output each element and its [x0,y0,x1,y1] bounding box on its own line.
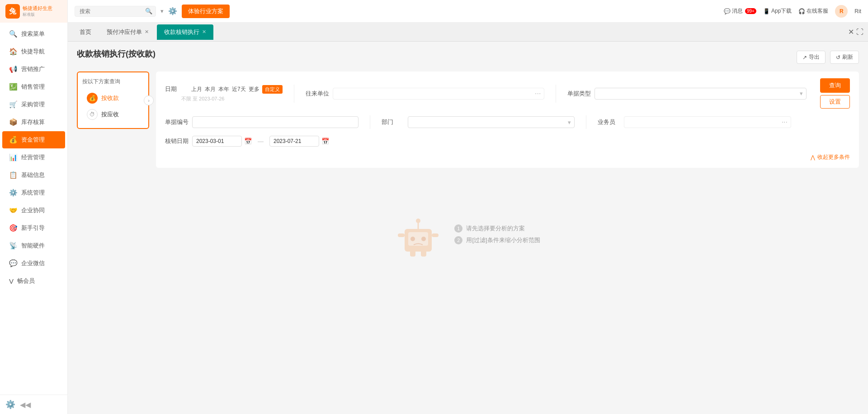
sidebar-item-marketing[interactable]: 📢 营销推广 [2,61,65,78]
sidebar-item-basicinfo[interactable]: 📋 基础信息 [2,167,65,184]
query-button[interactable]: 查询 [820,78,850,93]
solution-button[interactable]: 体验行业方案 [182,5,230,18]
search-icon: 🔍 [145,8,152,14]
prepay-tab-label: 预付冲应付单 [107,28,142,36]
sidebar-footer: ⚙️ ◀◀ [0,395,67,414]
sales-icon: 💹 [9,83,18,91]
prepay-tab-close-icon[interactable]: ✕ [145,29,149,35]
svg-point-3 [421,237,426,241]
collapse-filter-button[interactable]: › [144,95,154,105]
tab-home[interactable]: 首页 [72,24,99,40]
sidebar-item-label: 基础信息 [21,171,45,179]
salesperson-input[interactable] [624,116,791,128]
message-label: 消息 [732,7,743,15]
sidebar-item-purchase[interactable]: 🛒 采购管理 [2,96,65,113]
filter-panel: 按以下方案查询 💰 按收款 ⏱ 按应收 › [77,71,149,129]
date-custom[interactable]: 自定义 [262,85,283,94]
app-name: 畅捷通好生意 [23,5,52,11]
sidebar-item-label: 采购管理 [21,100,45,109]
sidebar-item-label: 库存核算 [21,118,45,126]
receipt-tab-close-icon[interactable]: ✕ [202,29,206,35]
sidebar-item-label: 资金管理 [21,136,45,144]
sidebar-item-nav[interactable]: 🏠 快捷导航 [2,43,65,60]
settings-gear-icon[interactable]: ⚙️ [168,7,177,15]
date-more[interactable]: 更多 [249,86,259,93]
export-icon: ↗ [802,54,807,61]
date-this-year[interactable]: 本年 [218,86,229,93]
partner-input[interactable] [333,88,545,100]
collapse-sidebar-icon[interactable]: ◀◀ [20,400,31,409]
doctype-select[interactable] [594,88,807,100]
filter-by-receipt[interactable]: 💰 按收款 [82,90,144,106]
date-field: 日期 上月 本月 本年 近7天 更多 自定义 不限 至 2023-07-26 [165,85,283,102]
sidebar-item-operations[interactable]: 📊 经营管理 [2,149,65,166]
username[interactable]: Rit [854,8,861,14]
export-button[interactable]: ↗ 导出 [797,51,826,64]
wxwork-icon: 💬 [9,259,18,267]
tip-text-2: 用[过滤]条件来缩小分析范围 [466,236,540,244]
operations-icon: 📊 [9,153,18,162]
verify-date-end-group: 📅 [269,136,329,147]
app-download[interactable]: 📱 App下载 [763,7,792,15]
salesperson-field: 业务员 ··· [598,116,791,128]
dept-field: 部门 ▾ [382,116,575,128]
filter-by-receivable[interactable]: ⏱ 按应收 [82,106,144,123]
refresh-icon: ↺ [836,54,840,61]
partner-more-icon[interactable]: ··· [535,90,541,98]
sidebar-item-inventory[interactable]: 📦 库存核算 [2,114,65,131]
sidebar-item-guide[interactable]: 🎯 新手引导 [2,219,65,237]
dept-select[interactable] [408,116,575,128]
date-last-month[interactable]: 上月 [191,86,202,93]
date-this-month[interactable]: 本月 [205,86,216,93]
settings-button[interactable]: 设置 [820,95,850,109]
svg-rect-7 [432,233,439,237]
system-icon: ⚙️ [9,189,18,197]
service-icon: 🎧 [798,8,805,14]
message-area[interactable]: 💬 消息 99+ [724,7,756,15]
verify-date-start-calendar-icon[interactable]: 📅 [244,138,252,145]
sidebar-item-wxwork[interactable]: 💬 企业微信 [2,255,65,272]
date-7days[interactable]: 近7天 [232,86,246,93]
tab-prepay[interactable]: 预付冲应付单 ✕ [99,24,156,40]
sidebar-item-collab[interactable]: 🤝 企业协同 [2,202,65,219]
user-avatar[interactable]: R [835,5,848,18]
empty-tips: 1 请先选择要分析的方案 2 用[过滤]条件来缩小分析范围 [454,224,540,244]
salesperson-label: 业务员 [598,118,620,126]
docno-input[interactable] [192,116,359,128]
settings-icon[interactable]: ⚙️ [5,400,15,409]
content-area: 收款核销执行(按收款) ↗ 导出 ↺ 刷新 按以下方案查询 💰 按收款 [68,42,868,414]
date-range-dash: — [258,138,264,145]
empty-tip-1: 1 请先选择要分析的方案 [454,224,540,233]
basicinfo-icon: 📋 [9,171,18,179]
refresh-button[interactable]: ↺ 刷新 [830,51,859,64]
tab-receipt[interactable]: 收款核销执行 ✕ [157,24,213,40]
collapse-more-label: 收起更多条件 [817,153,850,161]
svg-rect-6 [398,233,405,237]
verify-date-end-calendar-icon[interactable]: 📅 [321,138,329,145]
close-tab-button[interactable]: ✕ [848,28,854,36]
sidebar-item-hardware[interactable]: 📡 智能硬件 [2,237,65,254]
collapse-more-btn[interactable]: ⋀ 收起更多条件 [165,153,850,161]
verify-date-field: 核销日期 📅 — 📅 [165,136,850,147]
sidebar-item-system[interactable]: ⚙️ 系统管理 [2,184,65,201]
doctype-label: 单据类型 [567,90,591,98]
sidebar-item-finance[interactable]: 💰 资金管理 [2,131,65,148]
sidebar-item-label: 畅会员 [17,277,35,285]
verify-date-start-input[interactable] [192,136,242,147]
salesperson-more-icon[interactable]: ··· [782,118,788,126]
logo-icon: 兔 [5,4,20,19]
purchase-icon: 🛒 [9,100,18,109]
date-range-text: 不限 至 2023-07-26 [181,95,224,102]
sidebar-item-member[interactable]: V 畅会员 [2,272,65,290]
online-service[interactable]: 🎧 在线客服 [798,7,828,15]
sidebar-item-search[interactable]: 🔍 搜索菜单 [2,25,65,43]
chevron-down-icon[interactable]: ▾ [160,8,164,14]
expand-tab-button[interactable]: ⛶ [856,28,863,36]
sidebar-item-sales[interactable]: 💹 销售管理 [2,78,65,95]
tabs-bar: 首页 预付冲应付单 ✕ 收款核销执行 ✕ ✕ ⛶ [68,23,868,42]
inventory-icon: 📦 [9,118,18,126]
verify-date-end-input[interactable] [269,136,319,147]
search-input[interactable] [75,6,156,17]
finance-icon: 💰 [9,136,18,144]
message-badge: 99+ [745,8,756,14]
